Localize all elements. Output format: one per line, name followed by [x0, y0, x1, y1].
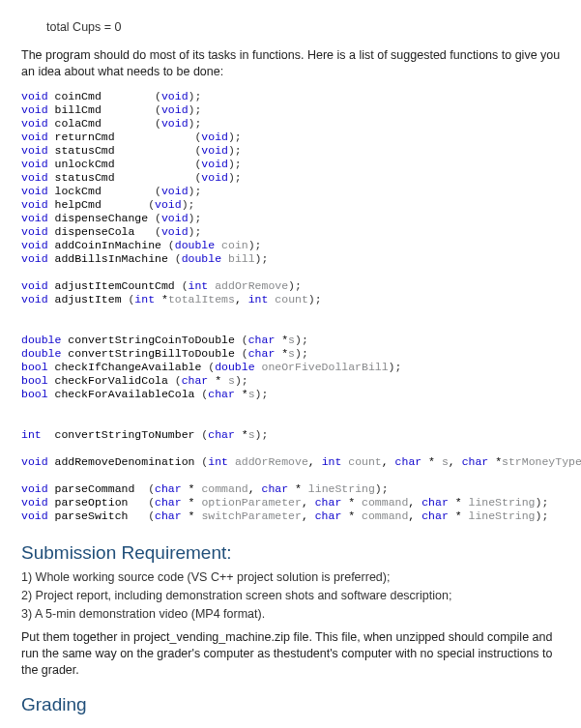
grading-heading: Grading [21, 692, 564, 717]
submission-item-2: 2) Project report, including demonstrati… [21, 588, 564, 604]
submission-item-3: 3) A 5-min demonstration video (MP4 form… [21, 606, 564, 623]
submission-heading: Submission Requirement: [21, 540, 564, 566]
submission-item-1: 1) Whole working source code (VS C++ pro… [21, 569, 564, 586]
submission-tail: Put them together in project_vending_mac… [21, 629, 564, 679]
intro-paragraph: The program should do most of its tasks … [21, 47, 564, 80]
top-line: total Cups = 0 [46, 19, 564, 36]
function-prototype-list: void coinCmd (void); void billCmd (void)… [21, 90, 564, 524]
grading-line-1: Correctness 90%: the program behaves as … [21, 725, 564, 728]
